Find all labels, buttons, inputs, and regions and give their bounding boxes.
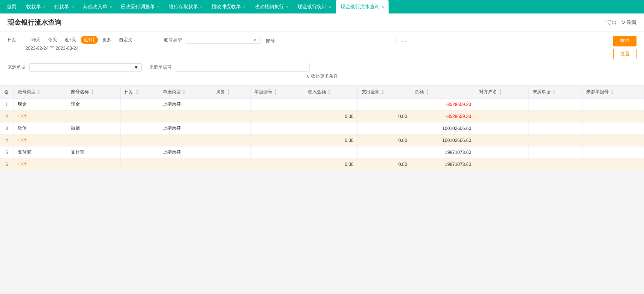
cell-date [121, 158, 159, 170]
page-header: 现金银行流水查询 ↑ 导出 ↻ 刷新 [0, 13, 644, 31]
chevron-down-icon: ▼ [134, 65, 138, 70]
th-date[interactable]: 日期 ▲▼ [121, 86, 159, 98]
th-doc-type[interactable]: 单据类型 ▲▼ [159, 86, 212, 98]
close-icon[interactable]: × [382, 4, 384, 9]
cell-doc-type: 上期余额 [159, 122, 212, 134]
th-expense[interactable]: 支出金额 ▲▼ [357, 86, 411, 98]
cell-source-doc [529, 122, 582, 134]
cell-source-doc [529, 110, 582, 122]
cell-date [121, 134, 159, 146]
cell-balance: 100102606.60 [411, 122, 475, 134]
nav-tab-5[interactable]: 银行存取款单 × [164, 0, 207, 13]
nav-tab-7[interactable]: 收款核销执行 × [250, 0, 293, 13]
th-account-type[interactable]: 账号类型 ▲▼ [14, 86, 67, 98]
header-actions: ↑ 导出 ↻ 刷新 [603, 19, 637, 26]
sort-icon: ▲▼ [274, 89, 277, 95]
date-opt-1month[interactable]: 近1月 [81, 36, 98, 44]
th-counterpart[interactable]: 对方户名 ▲▼ [475, 86, 529, 98]
date-options: 昨天 今天 近7天 近1月 更多 自定义 [29, 36, 135, 44]
account-type-select[interactable]: ▼ [185, 37, 260, 44]
cell-balance: 19871073.60 [411, 158, 475, 170]
date-opt-more[interactable]: 更多 [99, 36, 114, 44]
nav-tab-8[interactable]: 现金银行统计 × [293, 0, 336, 13]
cell-doc-no [250, 122, 304, 134]
th-balance[interactable]: 余额 ▲▼ [411, 86, 475, 98]
filter-row2: 来源单据 ▼ 来源单据号 [8, 63, 636, 72]
refresh-button[interactable]: ↻ 刷新 [621, 19, 636, 26]
close-icon[interactable]: × [43, 4, 45, 9]
close-icon[interactable]: × [243, 4, 245, 9]
date-opt-7days[interactable]: 近7天 [62, 36, 79, 44]
th-doc-no[interactable]: 单据编号 ▲▼ [250, 86, 304, 98]
cell-expense: 0.00 [357, 110, 411, 122]
table-row: 3 微信 微信 上期余额 100102606.60 [0, 122, 644, 134]
sort-icon: ▲▼ [38, 89, 41, 95]
date-opt-today[interactable]: 今天 [45, 36, 60, 44]
cell-doc-type [159, 110, 212, 122]
cell-counterpart [475, 134, 529, 146]
sort-icon: ▲▼ [328, 89, 331, 95]
cell-summary [212, 134, 250, 146]
source-doc-select[interactable]: ▼ [29, 63, 142, 72]
close-icon[interactable]: × [110, 4, 112, 9]
cell-counterpart [475, 98, 529, 110]
close-icon[interactable]: × [286, 4, 288, 9]
cell-income [304, 98, 357, 110]
nav-tab-4[interactable]: 应收应付调整单 × [116, 0, 164, 13]
export-button[interactable]: ↑ 导出 [603, 19, 617, 26]
th-source-doc[interactable]: 来源单据 ▲▼ [529, 86, 582, 98]
nav-tab-6[interactable]: 预收冲应收单 × [207, 0, 250, 13]
cell-counterpart [475, 158, 529, 170]
cell-counterpart [475, 110, 529, 122]
account-input[interactable] [284, 37, 396, 45]
date-opt-custom[interactable]: 自定义 [116, 36, 135, 44]
cell-source-doc [529, 134, 582, 146]
source-doc-no-input[interactable] [175, 63, 310, 72]
cell-date [121, 146, 159, 158]
export-icon: ↑ [603, 19, 606, 25]
th-gear[interactable]: ⚙ [0, 86, 14, 98]
page-title: 现金银行流水查询 [8, 18, 62, 27]
more-dots-button[interactable]: ··· [399, 38, 408, 44]
th-income[interactable]: 收入金额 ▲▼ [304, 86, 357, 98]
cell-income: 0.00 [304, 158, 357, 170]
nav-tab-3[interactable]: 其他收入单 × [78, 0, 116, 13]
cell-counterpart [475, 146, 529, 158]
th-account-name[interactable]: 账号名称 ▲▼ [67, 86, 121, 98]
sort-icon: ▲▼ [227, 89, 230, 95]
close-icon[interactable]: × [200, 4, 203, 9]
nav-home[interactable]: 首页 [2, 0, 22, 13]
cell-account-type: 小计 [14, 134, 67, 146]
collapse-button[interactable]: ∧ 收起更多条件 [8, 72, 636, 81]
cell-source-doc-no [582, 122, 644, 134]
right-buttons: 查询 设置 [613, 36, 636, 59]
nav-tab-9[interactable]: 现金银行流水查询 × [336, 0, 389, 13]
cell-source-doc [529, 98, 582, 110]
date-range: 2023-02-24 至 2023-03-24 [26, 46, 78, 51]
close-icon[interactable]: × [157, 4, 159, 9]
table-row: 6 小计 0.00 0.00 19871073.60 [0, 158, 644, 170]
cell-source-doc-no [582, 146, 644, 158]
sort-icon: ▲▼ [499, 89, 502, 95]
source-doc-group: 来源单据 ▼ [8, 63, 142, 72]
data-table: ⚙ 账号类型 ▲▼ 账号名称 ▲▼ 日期 [0, 86, 644, 170]
cell-account-type: 现金 [14, 98, 67, 110]
cell-source-doc-no [582, 134, 644, 146]
cell-account-name: 现金 [67, 98, 121, 110]
source-doc-no-label: 来源单据号 [149, 64, 172, 70]
cell-account-name [67, 110, 121, 122]
setting-button[interactable]: 设置 [613, 49, 636, 59]
th-summary[interactable]: 摘要 ▲▼ [212, 86, 250, 98]
cell-account-name: 微信 [67, 122, 121, 134]
nav-tab-2[interactable]: 付款单 × [50, 0, 78, 13]
close-icon[interactable]: × [329, 4, 331, 9]
table-row: 1 现金 现金 上期余额 -3528659.33 [0, 98, 644, 110]
date-opt-yesterday[interactable]: 昨天 [29, 36, 44, 44]
close-icon[interactable]: × [71, 4, 74, 9]
cell-no: 6 [0, 158, 14, 170]
cell-balance: -3528659.33 [411, 98, 475, 110]
cell-account-name [67, 158, 121, 170]
nav-tab-1[interactable]: 收款单 × [22, 0, 50, 13]
th-source-doc-no[interactable]: 来源单据号 ▲▼ [582, 86, 644, 98]
query-button[interactable]: 查询 [613, 36, 636, 46]
